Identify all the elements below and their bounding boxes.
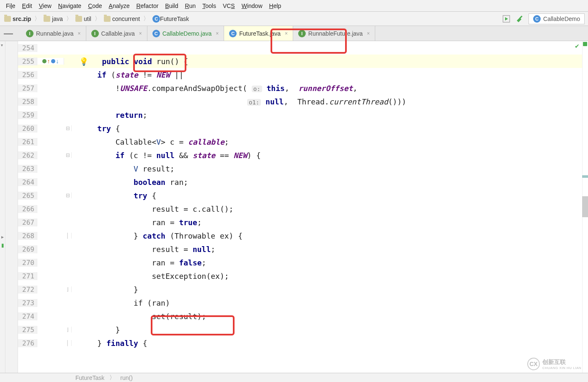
menu-build[interactable]: Build [162, 2, 181, 10]
close-tab-icon[interactable]: × [216, 31, 219, 36]
code-text[interactable]: result = c.call(); [72, 205, 588, 213]
code-line[interactable]: 258 o1: null, Thread.currentThread())) [18, 95, 588, 108]
code-text[interactable]: if (ran) [72, 299, 588, 307]
override-up-icon[interactable] [42, 59, 46, 63]
line-number[interactable]: 268 [18, 232, 37, 240]
editor-tab[interactable]: ICallable.java× [86, 26, 147, 41]
menu-tools[interactable]: Tools [199, 2, 219, 10]
line-number[interactable]: 262 [18, 151, 37, 159]
bottom-crumb-class[interactable]: FutureTask [75, 374, 104, 381]
code-text[interactable]: if (state != NEW || [72, 70, 588, 79]
code-line[interactable]: 272⌋ } [18, 283, 588, 296]
fold-handle[interactable]: │ [64, 340, 72, 346]
code-line[interactable]: 265⊟ try { [18, 189, 588, 202]
expand-icon[interactable]: ▾ [1, 43, 3, 47]
override-down-icon[interactable] [51, 59, 55, 63]
fold-handle[interactable]: │ [64, 233, 72, 239]
fold-minus-icon[interactable]: ⊟ [66, 125, 70, 131]
tool-window-stripe-left[interactable]: ▾ ▸ ▮ [0, 41, 5, 373]
line-number[interactable]: 271 [18, 272, 37, 280]
close-tab-icon[interactable]: × [139, 31, 142, 36]
code-text[interactable]: } [72, 285, 588, 294]
line-number[interactable]: 272 [18, 286, 37, 294]
menu-view[interactable]: View [36, 2, 55, 10]
menu-navigate[interactable]: Navigate [55, 2, 85, 10]
fold-handle[interactable]: ⊟ [64, 152, 72, 158]
code-text[interactable]: try { [72, 191, 588, 200]
code-line[interactable]: 276│ } finally { [18, 336, 588, 350]
code-line[interactable]: 259 return; [18, 108, 588, 122]
gutter-markers[interactable]: ↑↓ [37, 58, 64, 65]
line-number[interactable]: 275 [18, 326, 37, 334]
code-line[interactable]: 264 boolean ran; [18, 175, 588, 189]
line-number[interactable]: 265 [18, 192, 37, 200]
intention-bulb-icon[interactable]: 💡 [79, 57, 88, 66]
line-number[interactable]: 255 [18, 57, 37, 65]
code-text[interactable]: o1: null, Thread.currentThread())) [72, 97, 588, 106]
fold-minus-icon[interactable]: ⊟ [66, 152, 70, 158]
line-number[interactable]: 270 [18, 259, 37, 267]
fold-minus-icon[interactable]: ⊟ [66, 192, 70, 198]
fold-handle[interactable]: ⊟ [64, 125, 72, 131]
code-line[interactable]: 269 result = null; [18, 242, 588, 256]
code-line[interactable]: 266 result = c.call(); [18, 202, 588, 216]
code-text[interactable]: ran = false; [72, 258, 588, 267]
breadcrumb-item[interactable]: concurrent [101, 16, 142, 22]
right-split-tab[interactable]: C CallableDemo [529, 13, 585, 24]
code-text[interactable]: set(result); [72, 312, 588, 321]
bottom-crumb-method[interactable]: run() [120, 374, 133, 381]
code-line[interactable]: 261 Callable<V> c = callable; [18, 135, 588, 148]
code-line[interactable]: 267 ran = true; [18, 216, 588, 229]
line-number[interactable]: 260 [18, 125, 37, 133]
code-text[interactable]: Callable<V> c = callable; [72, 138, 588, 146]
menu-window[interactable]: Window [238, 2, 266, 10]
menu-file[interactable]: File [3, 2, 19, 10]
code-line[interactable]: 270 ran = false; [18, 256, 588, 269]
code-text[interactable]: if (c != null && state == NEW) { [72, 151, 588, 160]
menu-edit[interactable]: Edit [19, 2, 36, 10]
code-line[interactable]: 273 if (ran) [18, 296, 588, 309]
line-number[interactable]: 264 [18, 178, 37, 186]
line-number[interactable]: 256 [18, 71, 37, 79]
line-number[interactable]: 259 [18, 111, 37, 119]
line-number[interactable]: 267 [18, 218, 37, 226]
code-text[interactable]: 💡 public void run() { [72, 57, 588, 66]
run-configuration-icon[interactable] [502, 14, 511, 23]
code-text[interactable]: V result; [72, 164, 588, 173]
line-number[interactable]: 274 [18, 312, 37, 320]
breadcrumb-item[interactable]: C FutureTask [150, 15, 191, 23]
menu-analyze[interactable]: Analyze [106, 2, 133, 10]
breadcrumb[interactable]: src.zip〉 java〉 util〉 concurrent〉C Future… [2, 12, 191, 26]
code-text[interactable]: } [72, 325, 588, 334]
structure-tool-icon[interactable]: ▸ [1, 234, 4, 240]
breadcrumb-item[interactable]: java [41, 16, 65, 22]
code-text[interactable]: try { [72, 124, 588, 133]
line-number[interactable]: 266 [18, 205, 37, 213]
line-number[interactable]: 273 [18, 299, 37, 307]
line-number[interactable]: 276 [18, 339, 37, 347]
code-line[interactable]: 268│ } catch (Throwable ex) { [18, 229, 588, 242]
menu-refactor[interactable]: Refactor [133, 2, 162, 10]
code-line[interactable]: 274 set(result); [18, 309, 588, 323]
fold-handle[interactable]: ⌋ [64, 286, 72, 292]
menu-run[interactable]: Run [182, 2, 199, 10]
editor-tab[interactable]: CFutureTask.java× [224, 26, 293, 41]
code-text[interactable]: boolean ran; [72, 178, 588, 187]
editor-breadcrumb[interactable]: FutureTask 〉 run() [0, 373, 588, 382]
line-number[interactable]: 254 [18, 44, 37, 52]
code-line[interactable]: 275⌋ } [18, 323, 588, 336]
editor-tab[interactable]: IRunnableFuture.java× [293, 26, 375, 41]
collapse-project-icon[interactable]: — [0, 28, 17, 39]
breadcrumb-item[interactable]: util [73, 16, 94, 22]
line-number[interactable]: 258 [18, 98, 37, 106]
fold-handle[interactable]: ⌋ [64, 327, 72, 333]
code-text[interactable]: } finally { [72, 339, 588, 348]
close-tab-icon[interactable]: × [367, 31, 370, 36]
code-line[interactable]: 256 if (state != NEW || [18, 68, 588, 81]
line-number[interactable]: 261 [18, 138, 37, 146]
structure-bar-icon[interactable]: ▮ [1, 242, 4, 248]
close-tab-icon[interactable]: × [285, 31, 288, 36]
code-text[interactable]: ran = true; [72, 218, 588, 227]
breadcrumb-item[interactable]: src.zip [2, 16, 34, 22]
editor-tab[interactable]: CCallableDemo.java× [147, 26, 224, 41]
